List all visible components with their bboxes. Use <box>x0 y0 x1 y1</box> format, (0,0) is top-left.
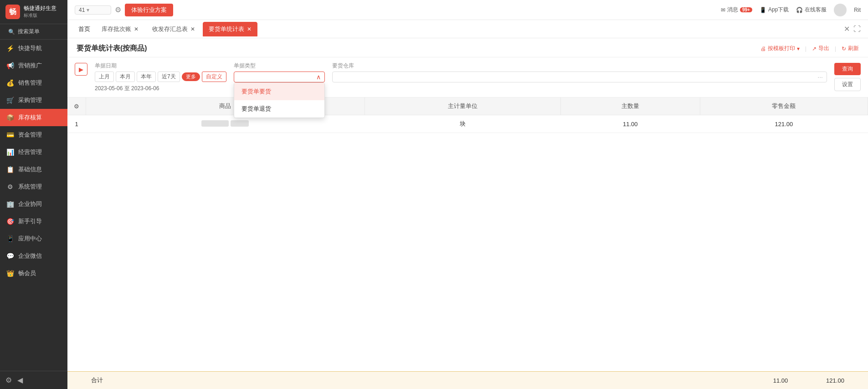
tab-order-summary[interactable]: 要货单统计表 ✕ <box>203 22 257 36</box>
refresh-icon: ↻ <box>842 46 846 52</box>
messages-button[interactable]: ✉ 消息 99+ <box>721 6 752 14</box>
sidebar-item-marketing[interactable]: 📢营销推广 <box>0 57 67 74</box>
table-footer: 合计 11.00 121.00 <box>67 371 868 389</box>
this-year-btn[interactable]: 本年 <box>137 72 156 82</box>
logo-icon: 畅 <box>5 5 20 19</box>
expand-button[interactable]: ▶ <box>75 63 87 76</box>
chevron-down-icon: ▾ <box>797 46 800 52</box>
user-avatar[interactable] <box>834 4 847 16</box>
sidebar-nav: ⚡快捷导航📢营销推广💰销售管理🛒采购管理📦库存核算💳资金管理📊经营管理📋基础信息… <box>0 40 67 371</box>
tab-receive-summary[interactable]: 收发存汇总表 ✕ <box>146 22 201 36</box>
sidebar-item-basic[interactable]: 📋基础信息 <box>0 161 67 178</box>
query-button[interactable]: 查询 <box>834 63 861 75</box>
sidebar-item-system[interactable]: ⚙系统管理 <box>0 178 67 195</box>
nav-icon-basic: 📋 <box>5 166 15 173</box>
td-index: 1 <box>67 115 86 133</box>
dropdown-item-return[interactable]: 要货单退货 <box>234 100 324 118</box>
nav-icon-inventory: 📦 <box>5 114 15 121</box>
branch-selector[interactable]: 41 ▾ <box>75 5 111 15</box>
last-7-days-btn[interactable]: 近7天 <box>158 72 180 82</box>
page-title: 要货单统计表(按商品) <box>77 44 147 53</box>
tab-batch-ledger[interactable]: 库存批次账 ✕ <box>96 22 144 36</box>
date-display: 2023-05-06 至 2023-06-06 <box>95 85 226 92</box>
top-bar-right: ✉ 消息 99+ 📱 App下载 🎧 在线客服 Rit <box>721 4 861 16</box>
tabs-right: ✕ ⛶ <box>844 25 861 33</box>
online-service-button[interactable]: 🎧 在线客服 <box>796 6 827 14</box>
chevron-up-icon[interactable]: ∧ <box>316 73 321 81</box>
nav-icon-system: ⚙ <box>5 183 15 190</box>
table-row: 1 块 11.00 121.00 <box>67 115 868 133</box>
close-all-tabs-icon[interactable]: ✕ <box>844 25 850 33</box>
warehouse-input-field[interactable] <box>336 74 818 80</box>
nav-icon-enterprise: 🏢 <box>5 200 15 208</box>
sidebar-item-purchase[interactable]: 🛒采购管理 <box>0 92 67 109</box>
nav-icon-quick-nav: ⚡ <box>5 45 15 52</box>
print-button[interactable]: 🖨 按模板打印 ▾ <box>760 45 800 52</box>
this-month-btn[interactable]: 本月 <box>116 72 135 82</box>
main-content: 41 ▾ ⚙ 体验行业方案 ✉ 消息 99+ 📱 App下载 🎧 在线客服 Ri… <box>67 0 868 389</box>
td-unit: 块 <box>365 115 560 133</box>
dropdown-item-order[interactable]: 要货单要货 <box>234 83 324 100</box>
user-name: Rit <box>854 7 861 13</box>
type-filter-group: 单据类型 ∧ 要货单要货 要货单退货 <box>234 62 325 82</box>
page-header: 要货单统计表(按商品) 🖨 按模板打印 ▾ | ↗ 导出 | ↻ 刷新 <box>67 38 868 57</box>
logo-text: 畅捷通好生意 标准版 <box>24 5 56 19</box>
collapse-icon[interactable]: ◀ <box>17 376 23 384</box>
th-quantity: 主数量 <box>560 97 700 115</box>
sidebar-item-app-center[interactable]: 📱应用中心 <box>0 230 67 247</box>
th-amount: 零售金额 <box>700 97 868 115</box>
app-download-button[interactable]: 📱 App下载 <box>760 6 789 14</box>
settings-icon[interactable]: ⚙ <box>5 376 12 384</box>
more-icon[interactable]: ··· <box>817 73 823 81</box>
warehouse-input[interactable]: ··· <box>332 72 827 82</box>
filter-settings-button[interactable]: 设置 <box>834 78 861 91</box>
export-button[interactable]: ↗ 导出 <box>812 45 829 52</box>
tab-home[interactable]: 首页 <box>75 25 94 33</box>
table-container: ⚙ 商品 主计量单位 主数量 零售金额 1 块 11.00 121.00 <box>67 97 868 371</box>
footer-amount: 121.00 <box>808 377 863 384</box>
maximize-icon[interactable]: ⛶ <box>853 25 861 33</box>
dropdown-menu: 要货单要货 要货单退货 <box>234 82 325 118</box>
footer-quantity: 11.00 <box>753 377 808 384</box>
th-settings[interactable]: ⚙ <box>67 97 86 115</box>
date-quick-buttons: 上月 本月 本年 近7天 更多 自定义 <box>95 72 226 82</box>
sidebar-item-guide[interactable]: 🎯新手引导 <box>0 213 67 230</box>
sidebar-item-enterprise[interactable]: 🏢企业协同 <box>0 195 67 213</box>
trial-button[interactable]: 体验行业方案 <box>125 4 173 16</box>
sidebar-item-operations[interactable]: 📊经营管理 <box>0 143 67 161</box>
table-settings-icon[interactable]: ⚙ <box>74 103 79 110</box>
close-tab-receive-summary[interactable]: ✕ <box>190 26 195 32</box>
sidebar-item-finance[interactable]: 💳资金管理 <box>0 126 67 143</box>
more-btn[interactable]: 更多 <box>182 72 200 81</box>
headset-icon: 🎧 <box>796 7 803 13</box>
nav-icon-wechat: 💬 <box>5 252 15 260</box>
td-quantity: 11.00 <box>560 115 700 133</box>
nav-icon-member: 👑 <box>5 270 15 277</box>
phone-icon: 📱 <box>760 7 766 13</box>
type-input-field[interactable] <box>238 74 316 80</box>
custom-date-btn[interactable]: 自定义 <box>202 72 226 82</box>
type-input[interactable]: ∧ <box>234 72 325 82</box>
filter-area: ▶ 单据日期 上月 本月 本年 近7天 更多 自定义 2023-05-06 至 … <box>67 57 868 97</box>
export-icon: ↗ <box>812 46 817 52</box>
nav-icon-purchase: 🛒 <box>5 97 15 104</box>
sidebar-item-quick-nav[interactable]: ⚡快捷导航 <box>0 40 67 57</box>
last-month-btn[interactable]: 上月 <box>95 72 114 82</box>
refresh-button[interactable]: ↻ 刷新 <box>842 45 859 52</box>
warehouse-filter-group: 要货仓库 ··· <box>332 62 827 82</box>
th-unit: 主计量单位 <box>365 97 560 115</box>
top-bar-left: 41 ▾ ⚙ 体验行业方案 <box>75 4 715 16</box>
sidebar-bottom: ⚙ ◀ <box>0 371 67 389</box>
close-tab-batch-ledger[interactable]: ✕ <box>134 26 139 32</box>
settings-gear-icon[interactable]: ⚙ <box>115 5 121 14</box>
sidebar-search[interactable]: 🔍 搜索菜单 <box>0 24 67 40</box>
nav-icon-guide: 🎯 <box>5 218 15 225</box>
sidebar-item-sales[interactable]: 💰销售管理 <box>0 74 67 92</box>
close-tab-order-summary[interactable]: ✕ <box>247 26 252 32</box>
search-icon: 🔍 <box>8 29 15 35</box>
sidebar-item-wechat[interactable]: 💬企业微信 <box>0 247 67 265</box>
data-table: ⚙ 商品 主计量单位 主数量 零售金额 1 块 11.00 121.00 <box>67 97 868 133</box>
nav-icon-marketing: 📢 <box>5 62 15 69</box>
sidebar-item-member[interactable]: 👑畅会员 <box>0 265 67 282</box>
sidebar-item-inventory[interactable]: 📦库存核算 <box>0 109 67 126</box>
